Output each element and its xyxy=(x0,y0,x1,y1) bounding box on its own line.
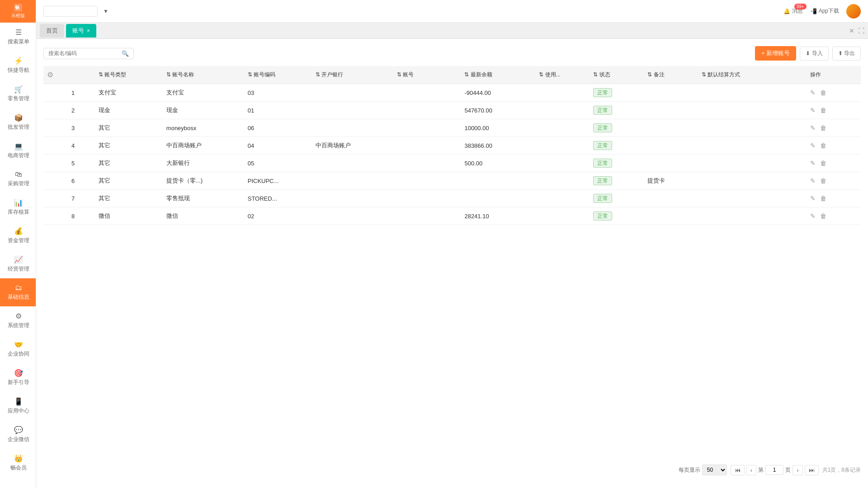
cell-note xyxy=(644,207,698,225)
sidebar-item-wholesale-mgmt[interactable]: 📦 批发管理 xyxy=(0,108,36,136)
edit-icon[interactable]: ✎ xyxy=(810,142,816,149)
import-button[interactable]: ⬇ 导入 xyxy=(800,47,828,61)
cell-action: ✎ 🗑 xyxy=(807,84,861,102)
quick-nav-icon: ⚡ xyxy=(14,56,23,65)
action-icons: ✎ 🗑 xyxy=(810,195,857,202)
delete-icon[interactable]: 🗑 xyxy=(820,212,826,220)
cell-code: 01 xyxy=(244,102,312,119)
sidebar-item-ecommerce-mgmt[interactable]: 💻 电商管理 xyxy=(0,136,36,165)
topbar-dropdown[interactable]: ▼ xyxy=(103,8,108,14)
cell-action: ✎ 🗑 xyxy=(807,155,861,172)
col-code-header[interactable]: ⇅ 账号编码 xyxy=(244,66,312,84)
tab-account[interactable]: 账号 × xyxy=(66,24,96,38)
user-avatar[interactable] xyxy=(846,4,861,19)
table-row: 4 其它 中百商场账户 04 中百商场账户 383866.00 正常 ✎ 🗑 xyxy=(43,137,861,155)
col-payment-header[interactable]: ⇅ 默认结算方式 xyxy=(698,66,807,84)
col-name-header[interactable]: ⇅ 账号名称 xyxy=(163,66,244,84)
cell-no: 7 xyxy=(68,190,95,207)
last-page-button[interactable]: ⏭ xyxy=(805,465,819,475)
search-box[interactable]: 🔍 xyxy=(43,48,134,59)
delete-icon[interactable]: 🗑 xyxy=(820,195,826,202)
wholesale-mgmt-icon: 📦 xyxy=(14,113,23,122)
first-page-button[interactable]: ⏮ xyxy=(731,465,745,475)
edit-icon[interactable]: ✎ xyxy=(810,212,816,220)
col-balance-header[interactable]: ⇅ 最新余额 xyxy=(461,66,535,84)
sidebar-item-label: 新手引导 xyxy=(8,379,29,386)
cell-usage xyxy=(535,190,590,207)
edit-icon[interactable]: ✎ xyxy=(810,107,816,114)
col-note-header[interactable]: ⇅ 备注 xyxy=(644,66,698,84)
wechat-icon: 💬 xyxy=(14,426,23,434)
delete-icon[interactable]: 🗑 xyxy=(820,107,826,114)
cell-no: 6 xyxy=(68,172,95,190)
sidebar-item-capital-mgmt[interactable]: 💰 资金管理 xyxy=(0,221,36,250)
delete-icon[interactable]: 🗑 xyxy=(820,124,826,131)
delete-icon[interactable]: 🗑 xyxy=(820,142,826,149)
sidebar-item-enterprise-agreement[interactable]: 🤝 企业协同 xyxy=(0,335,36,363)
col-status-header[interactable]: ⇅ 状态 xyxy=(590,66,644,84)
delete-icon[interactable]: 🗑 xyxy=(820,160,826,167)
tab-close-action[interactable]: ✕ xyxy=(849,27,854,34)
main-area: ▼ 🔔 消息 99+ 📲 App下载 首页 账号 × ✕ ⛶ xyxy=(36,0,868,488)
sidebar-item-system-mgmt[interactable]: ⚙ 系统管理 xyxy=(0,306,36,335)
table-row: 5 其它 大新银行 05 500.00 正常 ✎ 🗑 xyxy=(43,155,861,172)
logo-icon: 畅 xyxy=(10,4,26,12)
tab-close-icon[interactable]: × xyxy=(87,28,90,33)
cell-balance: 547670.00 xyxy=(461,102,535,119)
sidebar-item-quick-nav[interactable]: ⚡ 快捷导航 xyxy=(0,51,36,80)
cell-account xyxy=(393,102,461,119)
col-gear-header: ⚙ xyxy=(43,66,68,84)
messages-button[interactable]: 🔔 消息 99+ xyxy=(783,7,803,15)
edit-icon[interactable]: ✎ xyxy=(810,195,816,202)
status-badge: 正常 xyxy=(593,194,612,203)
status-badge: 正常 xyxy=(593,106,612,115)
col-bank-header[interactable]: ⇅ 开户银行 xyxy=(312,66,393,84)
tab-home[interactable]: 首页 xyxy=(40,24,64,38)
search-icon[interactable]: 🔍 xyxy=(122,50,129,57)
add-account-button[interactable]: + 新增账号 xyxy=(755,46,796,61)
col-name-label: ⇅ 账号名称 xyxy=(166,71,194,78)
tab-maximize-action[interactable]: ⛶ xyxy=(858,27,864,34)
next-page-button[interactable]: › xyxy=(793,465,802,475)
cell-code: STORED... xyxy=(244,190,312,207)
delete-icon[interactable]: 🗑 xyxy=(820,177,826,184)
sidebar-item-app-center[interactable]: 📱 应用中心 xyxy=(0,392,36,420)
cell-name: 支付宝 xyxy=(163,84,244,102)
cell-status: 正常 xyxy=(590,207,644,225)
topbar-search-input[interactable] xyxy=(43,6,98,17)
cell-name: moneybosx xyxy=(163,119,244,137)
sidebar-item-membership[interactable]: 👑 畅会员 xyxy=(0,449,36,477)
tab-account-label: 账号 xyxy=(72,27,84,35)
per-page-select[interactable]: 50 20 100 xyxy=(702,465,727,475)
delete-icon[interactable]: 🗑 xyxy=(820,89,826,96)
col-account-header[interactable]: ⇅ 账号 xyxy=(393,66,461,84)
table-row: 1 支付宝 支付宝 03 -90444.00 正常 ✎ 🗑 xyxy=(43,84,861,102)
cell-no: 1 xyxy=(68,84,95,102)
status-badge: 正常 xyxy=(593,159,612,168)
search-input[interactable] xyxy=(48,50,119,56)
col-usage-header[interactable]: ⇅ 使用... xyxy=(535,66,590,84)
topbar-left: ▼ xyxy=(43,6,108,17)
edit-icon[interactable]: ✎ xyxy=(810,160,816,167)
app-sub-name: 乐橙版 xyxy=(11,13,25,19)
edit-icon[interactable]: ✎ xyxy=(810,124,816,131)
basic-info-icon: 🗂 xyxy=(15,284,22,292)
app-download-button[interactable]: 📲 App下载 xyxy=(810,7,839,15)
col-type-header[interactable]: ⇅ 账号类型 xyxy=(95,66,163,84)
sidebar-item-inventory[interactable]: 📊 库存核算 xyxy=(0,193,36,221)
sidebar-item-enterprise-wechat[interactable]: 💬 企业微信 xyxy=(0,420,36,449)
sidebar-item-new-guide[interactable]: 🎯 新手引导 xyxy=(0,363,36,392)
settings-icon[interactable]: ⚙ xyxy=(47,71,53,79)
export-button[interactable]: ⬆ 导出 xyxy=(832,47,861,61)
sidebar-item-purchase-mgmt[interactable]: 🛍 采购管理 xyxy=(0,165,36,193)
sidebar-item-business-mgmt[interactable]: 📈 经营管理 xyxy=(0,250,36,278)
cell-note xyxy=(644,102,698,119)
sidebar-item-retail-mgmt[interactable]: 🛒 零售管理 xyxy=(0,80,36,108)
prev-page-button[interactable]: ‹ xyxy=(746,465,756,475)
edit-icon[interactable]: ✎ xyxy=(810,177,816,184)
page-input[interactable] xyxy=(765,465,783,475)
sidebar-item-basic-info[interactable]: 🗂 基础信息 xyxy=(0,278,36,306)
cell-payment xyxy=(698,119,807,137)
edit-icon[interactable]: ✎ xyxy=(810,89,816,96)
sidebar-item-search-menu[interactable]: ☰ 搜索菜单 xyxy=(0,23,36,51)
